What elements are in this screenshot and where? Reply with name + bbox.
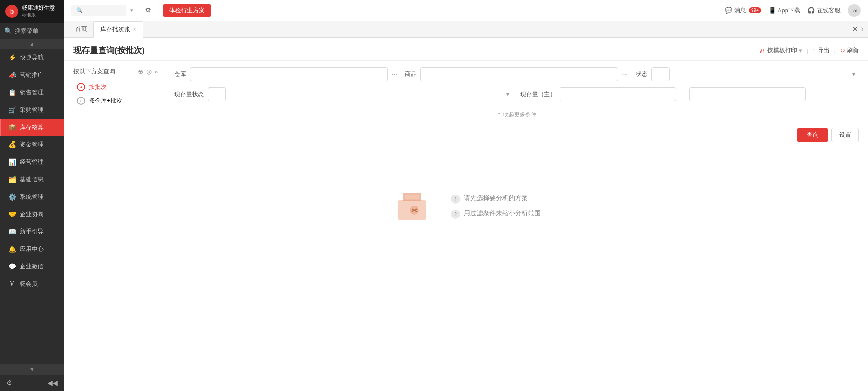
filter-scheme-icons: ⊕ ◎ « — [138, 68, 158, 75]
inventory-qty-max-input[interactable] — [689, 87, 806, 101]
tab-close-icon[interactable]: × — [133, 26, 136, 33]
sidebar-item-system[interactable]: ⚙️ 系统管理 — [0, 188, 64, 206]
messages-item[interactable]: 💬 消息 99+ — [725, 6, 761, 15]
refresh-icon: ↻ — [840, 47, 845, 54]
tip-num-2: 2 — [451, 210, 460, 219]
print-dropdown-icon[interactable]: ▾ — [799, 47, 802, 54]
sidebar-item-enterprise[interactable]: 🤝 企业协同 — [0, 206, 64, 223]
header-right: 💬 消息 99+ 📱 App下载 🎧 在线客服 Rit — [725, 4, 861, 17]
user-item[interactable]: Rit — [848, 4, 861, 17]
scheme-batch-label: 按批次 — [89, 83, 107, 91]
settings-button[interactable]: 设置 — [831, 128, 859, 142]
inventory-qty-min-input[interactable] — [560, 87, 676, 101]
basic-icon: 🗂️ — [8, 176, 16, 183]
filter-row-2: 现存量状态 现存量（主） — — [174, 87, 859, 101]
app-download-label: App下载 — [778, 6, 800, 15]
sidebar-item-quick-nav[interactable]: ⚡ 快捷导航 — [0, 49, 64, 66]
main-area: 🔍 ▾ ⚙ 体验行业方案 💬 消息 99+ 📱 App下载 🎧 在线客服 Ri — [64, 0, 868, 391]
sidebar-item-label: 营销推广 — [20, 71, 44, 79]
product-input[interactable] — [420, 67, 618, 81]
operations-icon: 📊 — [8, 158, 16, 166]
refresh-button[interactable]: ↻ 刷新 — [840, 46, 859, 54]
tab-home[interactable]: 首页 — [69, 21, 93, 38]
empty-tip-1: 1 请先选择要分析的方案 — [451, 194, 541, 204]
sidebar-item-label: 经营管理 — [20, 158, 44, 166]
sidebar-item-sales[interactable]: 📋 销售管理 — [0, 84, 64, 101]
filter-row-1: 仓库 ··· 商品 ··· 状态 — [174, 67, 859, 81]
print-button[interactable]: 🖨 按模板打印 ▾ — [759, 46, 802, 54]
app-version: 标准版 — [22, 12, 55, 18]
header-search-icon: 🔍 — [76, 7, 83, 14]
product-field: 商品 ··· — [405, 67, 628, 81]
page-actions: 🖨 按模板打印 ▾ | ↑ 导出 | ↻ 刷新 — [759, 46, 859, 54]
product-more-icon[interactable]: ··· — [622, 70, 628, 78]
scheme-warehouse-batch-icon: ○ — [77, 97, 85, 105]
scheme-settings-icon[interactable]: ◎ — [146, 68, 152, 75]
status-select-wrap — [651, 67, 859, 81]
sidebar-item-member[interactable]: V 畅会员 — [0, 275, 64, 293]
sidebar-scroll-down[interactable]: ▼ — [0, 364, 64, 374]
export-icon: ↑ — [813, 47, 816, 54]
search-menu[interactable]: 🔍 搜索菜单 — [0, 23, 64, 39]
sidebar-item-operations[interactable]: 📊 经营管理 — [0, 153, 64, 171]
status-select[interactable] — [651, 67, 670, 81]
tab-label: 库存批次账 — [100, 25, 130, 33]
headset-icon: 🎧 — [808, 7, 815, 14]
sidebar-item-finance[interactable]: 💰 资金管理 — [0, 136, 64, 153]
sidebar-item-inventory[interactable]: 📦 库存核算 — [0, 119, 64, 136]
experience-button[interactable]: 体验行业方案 — [163, 4, 211, 17]
content-area: 现存量查询(按批次) 🖨 按模板打印 ▾ | ↑ 导出 | ↻ — [64, 38, 868, 391]
sidebar-scroll-up[interactable]: ▲ — [0, 39, 64, 49]
enterprise-icon: 🤝 — [8, 211, 16, 218]
collapse-more-btn[interactable]: ⌃ 收起更多条件 — [174, 108, 859, 121]
warehouse-input[interactable] — [190, 67, 388, 81]
sidebar-item-newbie[interactable]: 📖 新手引导 — [0, 223, 64, 240]
user-name: Rit — [851, 8, 857, 13]
header-search[interactable]: 🔍 — [71, 5, 126, 16]
sidebar-bottom: ⚙ ◀◀ — [0, 374, 64, 391]
collapse-scheme-icon[interactable]: « — [154, 68, 158, 75]
add-scheme-icon[interactable]: ⊕ — [138, 68, 143, 75]
app-download-item[interactable]: 📱 App下载 — [769, 6, 800, 15]
scheme-batch-icon: ● — [77, 83, 85, 91]
tip-num-1: 1 — [451, 195, 460, 204]
messages-icon: 💬 — [725, 7, 732, 14]
header-gear-icon[interactable]: ⚙ — [145, 6, 151, 15]
tip-text-2: 用过滤条件来缩小分析范围 — [464, 209, 541, 217]
empty-tip-2: 2 用过滤条件来缩小分析范围 — [451, 209, 541, 219]
warehouse-label: 仓库 — [174, 70, 186, 78]
collapse-label: 收起更多条件 — [503, 111, 536, 119]
empty-tips: 1 请先选择要分析的方案 2 用过滤条件来缩小分析范围 — [451, 194, 541, 219]
panel-chevron-icon[interactable]: › — [861, 24, 863, 34]
query-button[interactable]: 查询 — [797, 128, 828, 142]
sidebar-item-purchase[interactable]: 🛒 采购管理 — [0, 101, 64, 119]
scheme-batch[interactable]: ● 按批次 — [73, 80, 158, 94]
apps-icon: 🔔 — [8, 245, 16, 253]
online-service-item[interactable]: 🎧 在线客服 — [808, 6, 841, 15]
collapse-sidebar-icon[interactable]: ◀◀ — [48, 379, 58, 386]
panel-close-icon[interactable]: ✕ — [852, 25, 858, 33]
warehouse-more-icon[interactable]: ··· — [391, 70, 397, 78]
newbie-icon: 📖 — [8, 228, 16, 235]
sidebar-item-apps[interactable]: 🔔 应用中心 — [0, 240, 64, 258]
sidebar-item-label: 库存核算 — [20, 123, 44, 131]
status-label: 状态 — [636, 70, 648, 78]
sidebar-header: b 畅康通好生意 标准版 — [0, 0, 64, 23]
settings-icon[interactable]: ⚙ — [6, 379, 12, 386]
sidebar-item-label: 企业微信 — [20, 262, 44, 271]
header-dropdown-icon[interactable]: ▾ — [130, 7, 133, 14]
tab-inventory-batch[interactable]: 库存批次账 × — [93, 21, 143, 38]
content-panel: 现存量查询(按批次) 🖨 按模板打印 ▾ | ↑ 导出 | ↻ — [64, 38, 868, 391]
sidebar-item-wechat[interactable]: 💬 企业微信 — [0, 258, 64, 275]
scheme-warehouse-batch[interactable]: ○ 按仓库+批次 — [73, 94, 158, 108]
sidebar-item-marketing[interactable]: 📣 营销推广 — [0, 66, 64, 84]
sidebar-item-basic[interactable]: 🗂️ 基础信息 — [0, 171, 64, 188]
header-divider2 — [157, 5, 157, 16]
inventory-qty-label: 现存量（主） — [520, 90, 556, 98]
company-name: 畅康通好生意 — [22, 5, 55, 12]
wechat-icon: 💬 — [8, 263, 16, 270]
inventory-qty-field: 现存量（主） — — [520, 87, 859, 101]
inventory-status-select[interactable] — [208, 87, 226, 101]
export-button[interactable]: ↑ 导出 — [813, 46, 830, 54]
warehouse-field: 仓库 ··· — [174, 67, 397, 81]
